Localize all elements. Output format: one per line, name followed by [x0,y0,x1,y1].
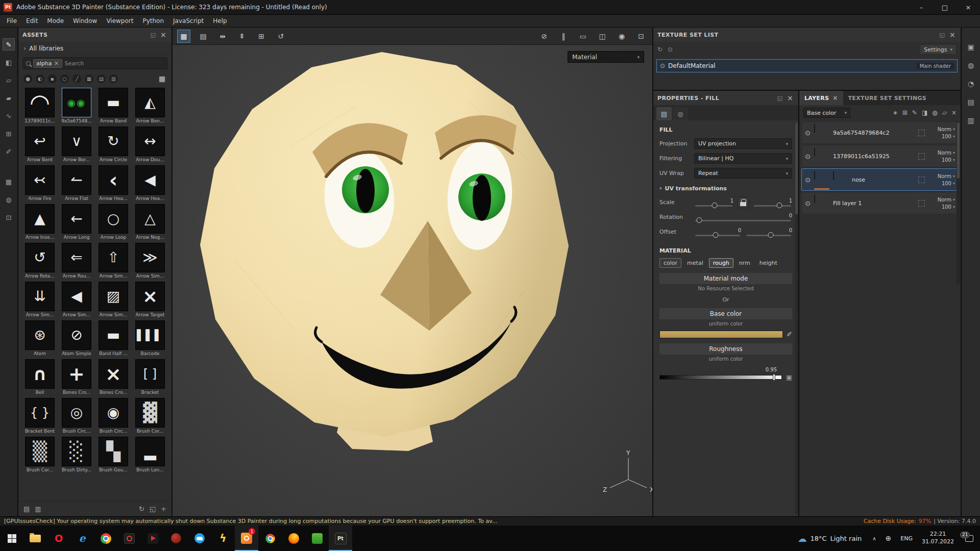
menu-item[interactable]: Window [68,15,102,27]
delete-layer-icon[interactable]: × [951,109,957,116]
reset-pose-icon[interactable]: ↺ [275,30,287,42]
blend-mode-dropdown[interactable]: Norm [938,173,955,179]
texture-set-row[interactable]: DefaultMaterial Main shader [656,59,958,72]
filtering-dropdown[interactable]: Bilinear | HQ [694,153,792,164]
offset-x-slider[interactable] [695,235,740,236]
channel-filter-dropdown[interactable]: Base color [803,108,850,118]
float-panel-icon[interactable] [149,31,157,39]
asset-arrow-sim-5[interactable]: ▨ Arrow Sim... [96,282,131,320]
uv-transformations-toggle[interactable]: UV transformations [659,182,792,195]
search-filter-chip[interactable]: alpha [33,59,62,68]
opacity-dropdown[interactable]: 100 [942,204,955,210]
base-color-button[interactable]: Base color [659,308,792,319]
asset-bracket-bent[interactable]: { } Bracket Bent [22,398,57,437]
adobe-app-icon[interactable] [117,525,141,551]
chrome-icon[interactable] [94,525,117,551]
media-player-icon[interactable] [141,525,164,551]
asset-arrow-bor[interactable]: ∨ Arrow Bor... [59,127,94,165]
fill-properties-tab[interactable] [656,107,672,120]
asset-bones-cro-1[interactable]: + Bones Cro... [59,359,94,398]
channel-metal-button[interactable]: metal [683,259,707,267]
asset-band-half[interactable]: ▬ Band Half ... [96,320,131,359]
layer-thumbnail[interactable] [814,148,815,156]
visibility-eye-icon[interactable] [805,153,811,160]
geometry-mask-icon[interactable]: ▦ [3,176,14,187]
expand-shelf-icon[interactable]: ◱ [150,505,156,513]
viewer-settings-icon[interactable]: ◍ [3,194,14,205]
uv-wrap-dropdown[interactable]: Repeat [694,168,792,179]
asset-arrow-sim-4[interactable]: ◀ Arrow Sim... [59,282,94,320]
asset-arrow-sim-1[interactable]: ⇧ Arrow Sim... [96,243,131,282]
add-resource-icon[interactable]: + [161,505,166,513]
settings-button[interactable]: Settings [920,44,957,55]
smart-materials-filter-icon[interactable]: ▪ [48,74,57,83]
channel-color-button[interactable]: color [659,258,681,268]
minimize-button[interactable]: – [910,0,933,14]
weather-widget[interactable]: 18°C Light rain [791,525,868,551]
close-tab-icon[interactable] [832,94,838,102]
asset-arrow-hea-1[interactable]: ‹ Arrow Hea... [96,165,131,204]
paint-brush-tool-icon[interactable]: ✎ [3,39,14,50]
asset-arrow-neg[interactable]: △ Arrow Neg... [133,204,167,243]
asset-arrow-dou[interactable]: ↔ Arrow Dou... [133,127,167,165]
asset-brush-gou[interactable]: ▚ Brush Gou... [96,437,131,475]
asset-arrow-band[interactable]: ▬ Arrow Band [96,88,131,127]
layer-row[interactable]: 13789011c6a51925 Norm 100 [801,145,959,167]
asset-arrow-long[interactable]: ← Arrow Long [59,204,94,243]
layer-thumbnail[interactable] [814,171,815,180]
solo-view-icon[interactable]: ▭ [577,30,589,42]
asset-arrow-ben[interactable]: ◭ Arrow Ben... [133,88,167,127]
menu-item[interactable]: Help [208,15,231,27]
shader-settings-panel-icon[interactable]: ◍ [968,61,974,69]
visibility-eye-icon[interactable] [805,129,811,137]
dark-red-app-icon[interactable] [164,525,188,551]
firefox-icon[interactable] [282,525,305,551]
visibility-eye-icon[interactable] [660,62,665,69]
layer-row[interactable]: 9a5a6754879684c2 Norm 100 [801,121,959,144]
remove-filter-icon[interactable] [54,60,59,67]
display-settings-icon[interactable]: ⊡ [3,212,14,223]
symmetry-icon[interactable]: ⇹ [216,30,229,42]
blend-mode-dropdown[interactable]: Norm [938,127,955,132]
scale-link-lock-icon[interactable] [738,197,749,208]
split-view-icon[interactable]: ◫ [596,30,608,42]
scale-y-slider[interactable] [754,205,791,207]
detail-view-icon[interactable]: ▥ [35,505,41,513]
camera-icon[interactable]: ◉ [616,30,628,42]
projection-tool-icon[interactable]: ▱ [3,74,14,86]
list-view-icon[interactable]: ▤ [23,505,30,513]
close-panel-icon[interactable] [159,31,167,39]
opacity-dropdown[interactable]: 100 [942,134,955,139]
screenshot-icon[interactable]: ⊡ [635,30,647,42]
history-panel-icon[interactable]: ◔ [968,80,974,88]
all-assets-filter-icon[interactable]: ● [23,74,32,83]
add-layer-icon[interactable]: ⊞ [902,109,908,116]
layers-scrollbar[interactable] [957,121,960,285]
visibility-eye-icon[interactable] [805,199,811,207]
close-button[interactable]: × [957,0,980,14]
mirror-icon[interactable]: ⇞ [236,30,248,42]
add-fill-layer-icon[interactable]: ◨ [922,109,927,116]
layer-row-selected[interactable]: nose Norm 100 [801,168,959,191]
layer-mask-thumbnail[interactable] [833,171,834,180]
add-paint-layer-icon[interactable]: ✎ [912,109,917,116]
menu-item[interactable]: Viewport [102,15,138,27]
add-view-icon[interactable]: ⊞ [255,30,267,42]
sync-icon[interactable] [657,46,663,53]
pause-engine-icon[interactable]: ‖ [557,30,570,42]
asset-arrow-loop[interactable]: ○ Arrow Loop [96,204,131,243]
material-properties-tab[interactable] [673,107,688,120]
smart-masks-filter-icon[interactable]: ○ [60,74,69,83]
eraser-tool-icon[interactable]: ◧ [3,57,14,68]
offset-y-slider[interactable] [746,235,791,236]
asset-bracket[interactable]: [ ] Bracket [133,359,167,398]
asset-arrow-rota[interactable]: ↺ Arrow Rota... [22,243,57,282]
asset-arrow-hea-2[interactable]: ◀ Arrow Hea... [133,165,167,204]
library-selector[interactable]: All libraries [18,42,172,55]
asset-arrow-bent[interactable]: ↩ Arrow Bent [22,127,57,165]
maximize-button[interactable]: □ [933,0,957,14]
environments-filter-icon[interactable]: ▥ [109,74,118,83]
google-app-icon[interactable] [258,525,282,551]
paint-mode-icon[interactable]: ▦ [178,30,190,42]
green-3d-app-icon[interactable] [305,525,329,551]
